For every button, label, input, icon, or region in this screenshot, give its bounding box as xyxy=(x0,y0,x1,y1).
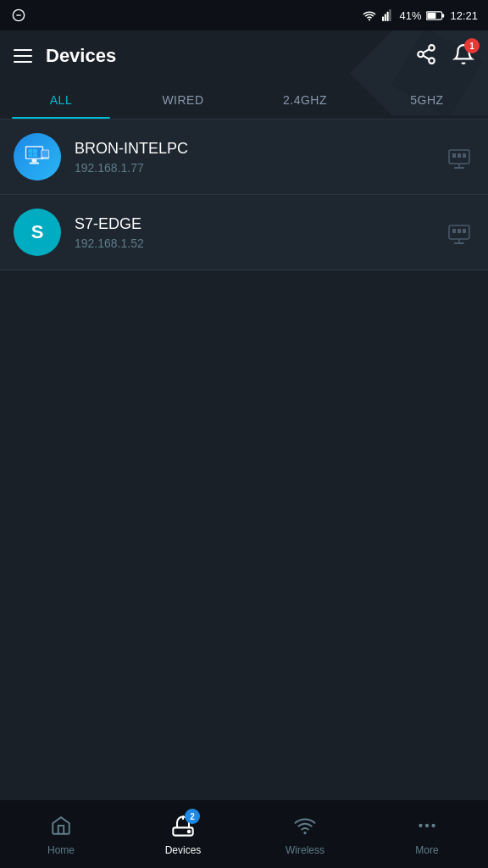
svg-point-9 xyxy=(429,45,435,51)
tab-2.4ghz[interactable]: 2.4GHZ xyxy=(244,81,366,119)
ethernet-icon xyxy=(444,217,474,248)
avatar-letter: S xyxy=(31,221,44,243)
svg-rect-4 xyxy=(387,12,389,21)
device-name: BRON-INTELPC xyxy=(75,140,444,158)
nav-label-home: Home xyxy=(47,844,75,856)
device-ip: 192.168.1.52 xyxy=(75,236,444,250)
svg-point-39 xyxy=(303,832,306,834)
nav-label-wireless: Wireless xyxy=(286,844,324,856)
svg-rect-29 xyxy=(454,167,464,169)
device-info: BRON-INTELPC 192.168.1.77 xyxy=(75,140,444,175)
svg-rect-35 xyxy=(454,242,464,244)
ethernet-icon xyxy=(444,142,474,172)
bottom-navigation: Home 2 Devices Wireless xyxy=(0,800,488,868)
svg-rect-17 xyxy=(33,149,37,153)
svg-rect-33 xyxy=(463,229,466,233)
table-row[interactable]: BRON-INTELPC 192.168.1.77 xyxy=(0,120,488,195)
wireless-icon xyxy=(291,812,319,839)
page-title: Devices xyxy=(46,45,415,67)
nav-label-devices: Devices xyxy=(165,844,202,856)
hamburger-menu[interactable] xyxy=(14,49,32,63)
notification-button[interactable]: 1 xyxy=(452,43,474,69)
devices-icon: 2 xyxy=(169,812,197,839)
svg-rect-5 xyxy=(390,9,391,21)
clock: 12:21 xyxy=(450,9,478,22)
svg-rect-25 xyxy=(452,153,456,158)
more-icon xyxy=(413,812,441,839)
svg-rect-21 xyxy=(30,162,39,164)
svg-rect-26 xyxy=(458,153,461,158)
device-name: S7-EDGE xyxy=(75,215,444,233)
svg-rect-2 xyxy=(382,16,384,21)
minus-icon xyxy=(10,7,27,24)
svg-rect-18 xyxy=(28,153,32,157)
svg-point-41 xyxy=(425,824,429,827)
svg-rect-7 xyxy=(442,14,445,17)
avatar xyxy=(14,133,61,181)
svg-point-42 xyxy=(431,824,435,827)
battery-percent: 41% xyxy=(399,9,421,22)
home-icon xyxy=(47,812,75,839)
svg-rect-8 xyxy=(428,13,436,19)
filter-tabs: ALL WIRED 2.4GHZ 5GHZ xyxy=(0,81,488,120)
tab-wired[interactable]: WIRED xyxy=(122,81,244,119)
battery-icon xyxy=(426,10,445,21)
svg-line-13 xyxy=(423,49,429,53)
device-ip: 192.168.1.77 xyxy=(75,161,444,175)
svg-rect-16 xyxy=(28,149,32,153)
svg-rect-31 xyxy=(452,229,456,233)
svg-rect-23 xyxy=(42,151,48,158)
nav-item-wireless[interactable]: Wireless xyxy=(244,805,366,863)
tab-5ghz[interactable]: 5GHZ xyxy=(366,81,488,119)
nav-item-more[interactable]: More xyxy=(366,805,488,863)
app-header: Devices 1 xyxy=(0,31,488,81)
nav-badge-devices: 2 xyxy=(185,809,200,824)
device-list: BRON-INTELPC 192.168.1.77 S S7-EDGE 192.… xyxy=(0,120,488,270)
signal-icon xyxy=(382,9,394,21)
share-button[interactable] xyxy=(415,43,437,69)
avatar: S xyxy=(14,209,61,256)
svg-rect-19 xyxy=(33,153,37,157)
nav-item-home[interactable]: Home xyxy=(0,805,122,863)
svg-line-12 xyxy=(423,56,429,59)
svg-rect-3 xyxy=(385,14,386,21)
empty-content-area xyxy=(0,270,488,609)
wifi-icon xyxy=(362,9,377,21)
svg-point-37 xyxy=(188,831,190,832)
notification-badge: 1 xyxy=(464,38,480,53)
device-info: S7-EDGE 192.168.1.52 xyxy=(75,215,444,250)
nav-label-more: More xyxy=(415,844,438,856)
svg-rect-27 xyxy=(463,153,466,158)
status-bar: 41% 12:21 xyxy=(0,0,488,31)
svg-point-11 xyxy=(429,58,435,64)
tab-all[interactable]: ALL xyxy=(0,81,122,119)
header-actions: 1 xyxy=(415,43,474,69)
svg-point-40 xyxy=(419,824,422,827)
svg-rect-20 xyxy=(32,159,37,163)
svg-rect-32 xyxy=(458,229,461,233)
svg-point-10 xyxy=(418,52,424,58)
nav-item-devices[interactable]: 2 Devices xyxy=(122,805,244,863)
table-row[interactable]: S S7-EDGE 192.168.1.52 xyxy=(0,195,488,270)
